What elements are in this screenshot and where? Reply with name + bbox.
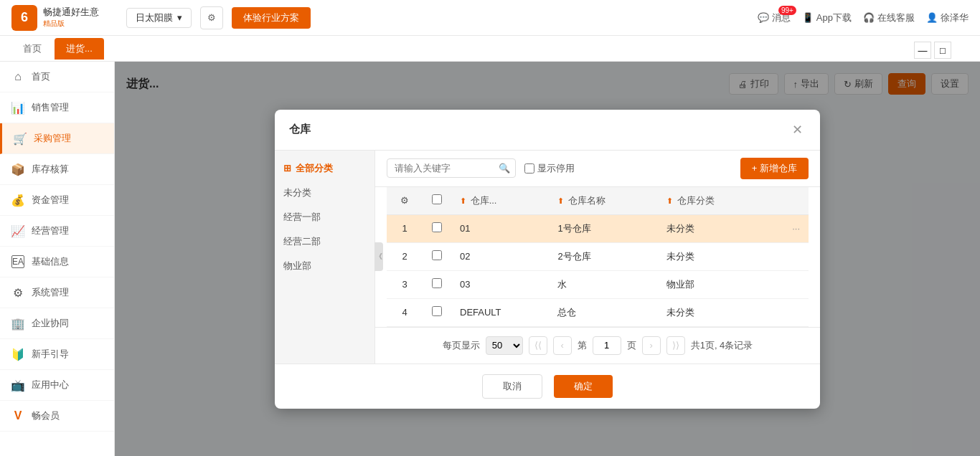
page-prefix: 第 <box>578 339 587 352</box>
row-num: 1 <box>387 214 423 242</box>
first-page-button[interactable]: ⟨⟨ <box>529 336 547 355</box>
row-name: 2号仓库 <box>549 242 658 270</box>
row-num: 4 <box>387 298 423 326</box>
table-row[interactable]: 3 03 水 物业部 <box>387 270 809 298</box>
store-selector[interactable]: 日太阳膜 ▾ <box>126 8 192 28</box>
per-page-select[interactable]: 50 20 100 <box>486 336 523 355</box>
sidebar-label-system: 系统管理 <box>32 286 69 299</box>
basic-info-icon: EA <box>11 255 24 268</box>
sidebar-item-guide[interactable]: 🔰 新手引导 <box>0 339 114 370</box>
row-category: 未分类 <box>658 214 767 242</box>
col-header-actions <box>767 187 809 215</box>
sidebar-item-finance[interactable]: 💰 资金管理 <box>0 185 114 216</box>
row-num: 3 <box>387 270 423 298</box>
username-label: 徐泽华 <box>941 11 969 24</box>
app-download-label: App下载 <box>816 11 852 24</box>
sidebar-label-purchase: 采购管理 <box>34 132 71 145</box>
modal-category-sidebar: ⊞ 全部分类 未分类 经营一部 经营二部 物业部 <box>275 151 375 364</box>
col-header-category: ⬆ 仓库分类 <box>658 187 767 215</box>
row-check[interactable] <box>423 298 451 326</box>
category-sales-dept-2[interactable]: 经营二部 <box>275 229 374 254</box>
search-area: 🔍 显示停用 <box>387 158 575 178</box>
sidebar-item-system[interactable]: ⚙ 系统管理 <box>0 277 114 308</box>
row-name: 水 <box>549 270 658 298</box>
col-header-gear: ⚙ <box>387 187 423 215</box>
confirm-button[interactable]: 确定 <box>554 375 613 398</box>
pagination: 每页显示 50 20 100 ⟨⟨ ‹ 第 页 › <box>375 327 820 364</box>
sidebar-item-enterprise[interactable]: 🏢 企业协同 <box>0 308 114 339</box>
tab-expand-button[interactable]: □ <box>934 42 951 59</box>
select-all-checkbox[interactable] <box>432 194 442 204</box>
sidebar-item-app-center[interactable]: 📺 应用中心 <box>0 370 114 401</box>
sidebar-collapse-button[interactable]: 《 <box>374 242 383 271</box>
sidebar-item-vip[interactable]: V 畅会员 <box>0 401 114 432</box>
sidebar-item-business[interactable]: 📈 经营管理 <box>0 216 114 247</box>
show-disabled-label[interactable]: 显示停用 <box>524 162 575 175</box>
row-actions <box>767 242 809 270</box>
row-check[interactable] <box>423 214 451 242</box>
mobile-icon: 📱 <box>802 12 814 23</box>
logo-sub: 精品版 <box>43 19 99 29</box>
table-row[interactable]: 4 DEFAULT 总仓 未分类 <box>387 298 809 326</box>
try-industry-button[interactable]: 体验行业方案 <box>232 7 311 29</box>
tab-minimize-button[interactable]: — <box>914 42 931 59</box>
last-page-button[interactable]: ⟩⟩ <box>666 336 685 355</box>
modal-main-area: 🔍 显示停用 + 新增仓库 <box>375 151 820 364</box>
modal-overlay: 仓库 ✕ ⊞ 全部分类 未分类 经营一 <box>115 62 980 456</box>
settings-icon[interactable]: ⚙ <box>200 6 223 29</box>
sort-icon-category: ⬆ <box>666 196 673 205</box>
headset-icon: 🎧 <box>863 12 875 23</box>
next-page-button[interactable]: › <box>642 336 661 355</box>
category-sales-dept-1[interactable]: 经营一部 <box>275 205 374 229</box>
search-input-wrap: 🔍 <box>387 158 516 178</box>
logo-name: 畅捷通好生意 <box>43 6 99 19</box>
message-icon: 💬 <box>758 12 769 23</box>
tab-purchase[interactable]: 进货... <box>55 38 104 60</box>
add-warehouse-button[interactable]: + 新增仓库 <box>740 158 809 179</box>
online-service-button[interactable]: 🎧 在线客服 <box>863 11 915 24</box>
category-property[interactable]: 物业部 <box>275 254 374 278</box>
row-actions <box>767 270 809 298</box>
prev-page-button[interactable]: ‹ <box>553 336 572 355</box>
col-header-name: ⬆ 仓库名称 <box>549 187 658 215</box>
chevron-down-icon: ▾ <box>177 12 182 23</box>
all-categories-item[interactable]: ⊞ 全部分类 <box>275 156 374 181</box>
category-unclassified[interactable]: 未分类 <box>275 181 374 205</box>
sidebar-item-sales[interactable]: 📊 销售管理 <box>0 92 114 123</box>
main-content: 进货... 🖨 打印 ↑ 导出 ↻ 刷新 查询 <box>115 62 980 456</box>
sidebar-item-basic-info[interactable]: EA 基础信息 <box>0 247 114 277</box>
show-disabled-checkbox[interactable] <box>524 163 534 174</box>
row-check[interactable] <box>423 270 451 298</box>
nav-tabs: 首页 进货... — □ <box>0 36 980 62</box>
sidebar-item-home[interactable]: ⌂ 首页 <box>0 62 114 92</box>
table-header: ⚙ ⬆ 仓库... <box>387 187 809 215</box>
modal-close-button[interactable]: ✕ <box>788 121 806 138</box>
warehouse-table-wrap: ⚙ ⬆ 仓库... <box>375 187 820 327</box>
page-number-input[interactable] <box>593 336 621 355</box>
warehouse-search-input[interactable] <box>387 158 516 178</box>
table-row[interactable]: 1 01 1号仓库 未分类 ··· <box>387 214 809 242</box>
per-page-label: 每页显示 <box>443 339 480 352</box>
logo-text-block: 畅捷通好生意 精品版 <box>43 6 99 29</box>
grid-icon: ⊞ <box>283 163 291 174</box>
table-row[interactable]: 2 02 2号仓库 未分类 <box>387 242 809 270</box>
business-icon: 📈 <box>11 224 24 237</box>
warehouse-modal: 仓库 ✕ ⊞ 全部分类 未分类 经营一 <box>275 110 820 409</box>
sidebar-item-inventory[interactable]: 📦 库存核算 <box>0 154 114 185</box>
user-avatar[interactable]: 👤 徐泽华 <box>926 11 969 24</box>
sidebar-item-purchase[interactable]: 🛒 采购管理 <box>0 123 114 154</box>
main-layout: ⌂ 首页 📊 销售管理 🛒 采购管理 📦 库存核算 💰 资金管理 📈 经营管理 … <box>0 62 980 456</box>
app-center-icon: 📺 <box>11 379 24 391</box>
cancel-button[interactable]: 取消 <box>482 374 542 399</box>
tab-home[interactable]: 首页 <box>11 38 53 60</box>
sidebar-label-app-center: 应用中心 <box>32 379 69 391</box>
sidebar-label-guide: 新手引导 <box>32 348 69 361</box>
row-check[interactable] <box>423 242 451 270</box>
app-download-button[interactable]: 📱 App下载 <box>802 11 852 24</box>
all-categories-label: 全部分类 <box>296 162 333 175</box>
inventory-icon: 📦 <box>11 163 24 176</box>
logo-icon: 6 <box>11 5 37 31</box>
modal-title: 仓库 <box>289 123 311 136</box>
messages-badge: 99+ <box>778 6 796 15</box>
messages-button[interactable]: 💬 消息 99+ <box>758 11 791 24</box>
